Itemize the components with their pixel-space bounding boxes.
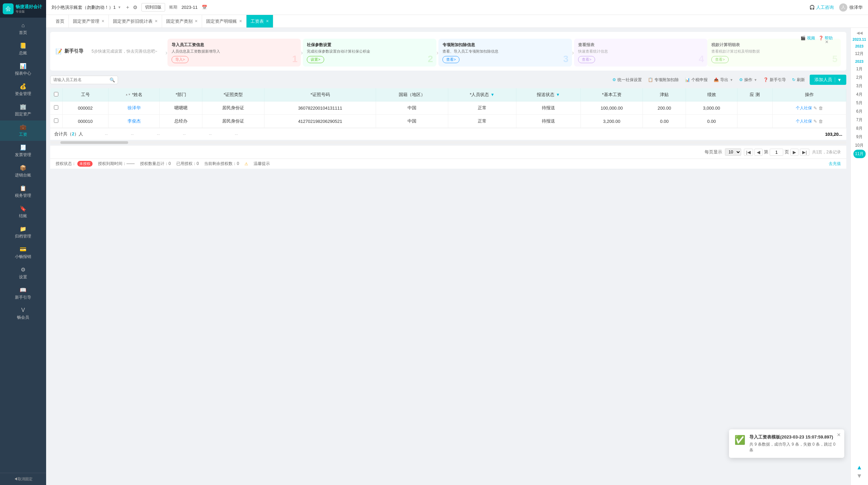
sort-icon-name[interactable]: ▲▼ <box>125 93 131 96</box>
footer-total: 合计共（2）人 <box>54 131 83 137</box>
month-item-3[interactable]: 1月 <box>853 65 866 73</box>
go-auth-btn[interactable]: 去充值 <box>829 161 841 167</box>
period-value[interactable]: 2023-11 <box>181 5 198 10</box>
page-last-btn[interactable]: ▶| <box>800 149 809 156</box>
tab-fixed-asset[interactable]: 固定资产管理 ✕ <box>69 15 109 28</box>
page-next-btn[interactable]: ▶ <box>790 149 798 156</box>
month-item-10[interactable]: 8月 <box>853 124 866 133</box>
filter-icon-report-status[interactable]: ▼ <box>556 92 560 97</box>
month-item-4[interactable]: 2月 <box>853 73 866 82</box>
panel-up-icon[interactable]: ▲ <box>856 464 863 471</box>
row-name-0[interactable]: 徐泽华 <box>108 101 160 115</box>
row-checkbox-1[interactable] <box>54 118 58 123</box>
row-checkbox-0[interactable] <box>54 105 58 110</box>
step-btn-1[interactable]: 导入> <box>172 56 189 63</box>
tab-home[interactable]: 首页 <box>52 15 69 28</box>
row-del-icon-0[interactable]: 🗑 <box>818 106 823 111</box>
tab-close-depreciation[interactable]: ✕ <box>155 19 158 23</box>
sidebar-item-archive[interactable]: 📁 归档管理 <box>0 222 46 243</box>
tab-close-salary[interactable]: ✕ <box>266 19 269 23</box>
sidebar-item-checkout[interactable]: 🔖 结账 <box>0 202 46 222</box>
row-name-1[interactable]: 李俊杰 <box>108 115 160 128</box>
account-selector[interactable]: 刘小艳演示账套（勿删勿动！）1 ▼ <box>52 4 121 11</box>
month-item-7[interactable]: 5月 <box>853 99 866 107</box>
page-size-select[interactable]: 10 20 50 <box>725 148 741 156</box>
scroll-thumb <box>60 141 128 144</box>
select-all-checkbox[interactable] <box>54 92 58 96</box>
table-row: 000002 徐泽华 嗯嗯嗯 居民身份证 360782200104131111 … <box>50 101 846 115</box>
step-num-1: 1 <box>292 54 298 64</box>
tab-asset-detail[interactable]: 固定资产明细账 ✕ <box>202 15 246 28</box>
tab-depreciation[interactable]: 固定资产折旧统计表 ✕ <box>109 15 162 28</box>
action-btn-refresh[interactable]: ↻ 刷新 <box>790 76 807 84</box>
wizard-close-btn[interactable]: ✕ <box>825 39 829 44</box>
sidebar-item-expense[interactable]: 💳 小畅报销 <box>0 243 46 263</box>
add-person-btn[interactable]: 添加人员 ▼ <box>810 75 846 85</box>
row-del-icon-1[interactable]: 🗑 <box>818 119 823 124</box>
step-btn-2[interactable]: 设置> <box>307 56 324 63</box>
add-account-icon[interactable]: ＋ <box>125 4 130 11</box>
panel-left-arrow[interactable]: ◀◀ <box>856 31 863 35</box>
nav-label-purchase-sale: 进销台账 <box>15 172 31 178</box>
page-first-btn[interactable]: |◀ <box>744 149 753 156</box>
table-scroll-bar[interactable] <box>50 141 846 144</box>
action-btn-social-unified[interactable]: ⚙ 统一社保设置 <box>610 76 644 84</box>
action-btn-deduction[interactable]: 📋 专项附加扣除 <box>646 76 681 84</box>
action-btn-new-guide[interactable]: ❓ 新手引导 <box>761 76 788 84</box>
page-prev-btn[interactable]: ◀ <box>754 149 763 156</box>
action-btn-export[interactable]: 📤 导出▼ <box>712 76 735 84</box>
sidebar-item-report[interactable]: 📊 报表中心 <box>0 59 46 80</box>
wizard-video-btn[interactable]: 🎬 视频 <box>801 35 815 41</box>
month-item-9[interactable]: 7月 <box>853 116 866 124</box>
sidebar-item-settings[interactable]: ⚙ 设置 <box>0 263 46 283</box>
step-btn-4[interactable]: 查看> <box>578 56 595 63</box>
panel-down-icon[interactable]: ▼ <box>856 472 863 480</box>
edition-label: 专业版 <box>16 10 42 14</box>
settings-icon[interactable]: ⚙ <box>133 4 137 11</box>
tab-asset-type[interactable]: 固定资产类别 ✕ <box>162 15 202 28</box>
tab-close-asset-detail[interactable]: ✕ <box>239 19 242 23</box>
sidebar-item-guide[interactable]: 📖 新手引导 <box>0 283 46 304</box>
row-op-social-1[interactable]: 个人社保 <box>796 118 812 124</box>
wizard-subtitle: 5步快速完成设置，快去完善信息吧~ <box>92 49 157 54</box>
add-person-dropdown[interactable]: ▼ <box>835 77 842 82</box>
sidebar-item-tax[interactable]: 📋 税务管理 <box>0 182 46 202</box>
sidebar-item-salary[interactable]: 💼 工资 <box>0 120 46 141</box>
sidebar-item-member[interactable]: V 畅会员 <box>0 304 46 324</box>
month-item-13[interactable]: 11月 <box>853 150 866 158</box>
search-input[interactable] <box>53 77 107 82</box>
month-item-12[interactable]: 10月 <box>853 141 866 150</box>
sidebar-item-fixed-asset[interactable]: 🏢 固定资产 <box>0 100 46 120</box>
sidebar-item-fund[interactable]: 💰 资金管理 <box>0 80 46 100</box>
tab-salary[interactable]: 工资表 ✕ <box>246 15 273 28</box>
month-item-6[interactable]: 4月 <box>853 90 866 99</box>
tab-close-asset-type[interactable]: ✕ <box>195 19 198 23</box>
row-edit-icon-0[interactable]: ✎ <box>813 106 817 111</box>
month-item-11[interactable]: 9月 <box>853 133 866 141</box>
month-item-1[interactable]: 12月 <box>853 50 866 58</box>
wizard-title: 新手引导 <box>64 48 83 54</box>
action-btn-operate[interactable]: ⚙ 操作▼ <box>737 76 759 84</box>
page-input[interactable] <box>770 149 783 156</box>
search-icon[interactable]: 🔍 <box>110 77 115 82</box>
row-edit-icon-1[interactable]: ✎ <box>813 119 817 124</box>
sidebar-item-invoice[interactable]: 🧾 发票管理 <box>0 141 46 161</box>
filter-icon-status[interactable]: ▼ <box>490 92 494 97</box>
action-btn-tax-report[interactable]: 📊 个税申报 <box>683 76 710 84</box>
user-info[interactable]: 人 徐泽华 <box>839 3 863 12</box>
version-switch-btn[interactable]: 切到旧版 <box>141 3 165 12</box>
row-op-social-0[interactable]: 个人社保 <box>796 105 812 111</box>
step-btn-3[interactable]: 查看> <box>442 56 459 63</box>
sidebar-item-home[interactable]: ⌂ 首页 <box>0 19 46 39</box>
tab-close-fixed-asset[interactable]: ✕ <box>101 19 104 23</box>
calendar-icon[interactable]: 📅 <box>202 5 207 10</box>
sidebar-collapse-btn[interactable]: ◀取消固定 <box>0 473 46 485</box>
month-item-8[interactable]: 6月 <box>853 107 866 116</box>
sidebar-item-general-ledger[interactable]: 📒 总账 <box>0 39 46 59</box>
step-btn-5[interactable]: 查看> <box>711 56 728 63</box>
col-label-id-type: *证照类型 <box>223 92 243 97</box>
toast-close-btn[interactable]: ✕ <box>837 432 841 437</box>
month-item-5[interactable]: 3月 <box>853 82 866 90</box>
ai-consult-btn[interactable]: 🎧 人工咨询 <box>809 4 834 11</box>
sidebar-item-purchase-sale[interactable]: 📦 进销台账 <box>0 161 46 182</box>
